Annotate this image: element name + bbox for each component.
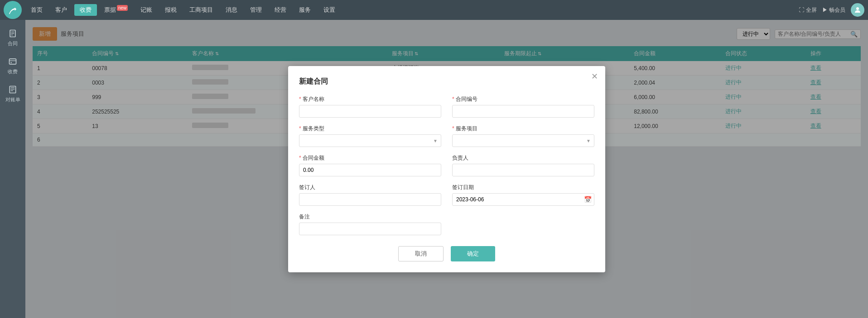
sidebar-item-statement[interactable]: 对账单	[0, 80, 25, 108]
right-actions: ⛶ 全屏 ▶ 畅会员	[799, 3, 864, 17]
nav-msg[interactable]: 消息	[220, 4, 243, 16]
responsible-input[interactable]	[452, 164, 594, 176]
form-row-3: 合同金额 负责人	[299, 154, 594, 176]
member-button[interactable]: ▶ 畅会员	[822, 6, 845, 14]
field-responsible: 负责人	[452, 154, 594, 176]
contract-amount-label: 合同金额	[299, 154, 441, 162]
field-service-type: 服务类型 ▼	[299, 125, 441, 147]
nav-settings[interactable]: 设置	[318, 4, 341, 16]
app-logo	[4, 1, 22, 19]
svg-point-0	[856, 7, 859, 10]
confirm-button[interactable]: 确定	[451, 246, 495, 261]
service-type-select[interactable]	[299, 134, 441, 147]
modal-actions: 取消 确定	[299, 246, 594, 261]
new-badge: new	[117, 5, 128, 11]
field-sign-date: 签订日期 📅	[452, 184, 594, 206]
responsible-label: 负责人	[452, 154, 594, 162]
nav-invoice[interactable]: 票据new	[99, 4, 133, 16]
sign-date-label: 签订日期	[452, 184, 594, 191]
nav-biz[interactable]: 工商项目	[184, 4, 218, 16]
client-name-label: 客户名称	[299, 95, 441, 103]
nav-home[interactable]: 首页	[25, 4, 48, 16]
avatar[interactable]	[851, 3, 864, 17]
nav-biz2[interactable]: 经营	[269, 4, 292, 16]
service-type-wrap: ▼	[299, 134, 441, 147]
nav-service[interactable]: 服务	[294, 4, 316, 16]
sidebar-item-fee[interactable]: 收费	[0, 52, 25, 80]
top-nav: 首页 客户 收费 票据new 记账 报税 工商项目 消息 管理 经营 服务 设置…	[0, 0, 868, 20]
nav-tax[interactable]: 报税	[159, 4, 182, 16]
calendar-icon[interactable]: 📅	[584, 196, 592, 203]
fee-icon	[7, 56, 18, 67]
field-signer: 签订人	[299, 184, 441, 206]
signer-label: 签订人	[299, 184, 441, 191]
contract-icon	[7, 28, 18, 39]
field-service-item: 服务项目 ▼	[452, 125, 594, 147]
remarks-label: 备注	[299, 213, 441, 221]
contract-no-label: 合同编号	[452, 95, 594, 103]
statement-icon	[7, 84, 18, 95]
nav-admin[interactable]: 管理	[245, 4, 267, 16]
remarks-input[interactable]	[299, 223, 441, 235]
sign-date-wrap: 📅	[452, 193, 594, 206]
fullscreen-button[interactable]: ⛶ 全屏	[799, 6, 816, 14]
modal-title: 新建合同	[299, 77, 594, 86]
signer-input[interactable]	[299, 193, 441, 206]
cancel-button[interactable]: 取消	[398, 246, 444, 261]
sidebar-fee-label: 收费	[8, 68, 18, 75]
service-item-label: 服务项目	[452, 125, 594, 133]
sidebar-item-contract[interactable]: 合同	[0, 24, 25, 52]
client-name-input[interactable]	[299, 105, 441, 118]
sign-date-input[interactable]	[452, 193, 594, 206]
svg-rect-8	[10, 86, 15, 93]
form-row-5: 备注	[299, 213, 594, 235]
nav-items: 首页 客户 收费 票据new 记账 报税 工商项目 消息 管理 经营 服务 设置	[25, 4, 799, 16]
contract-amount-input[interactable]	[299, 164, 441, 176]
field-contract-no: 合同编号	[452, 95, 594, 118]
form-row-1: 客户名称 合同编号	[299, 95, 594, 118]
field-client-name: 客户名称	[299, 95, 441, 118]
service-item-select[interactable]	[452, 134, 594, 147]
nav-fee[interactable]: 收费	[74, 4, 97, 16]
modal-overlay: ✕ 新建合同 客户名称 合同编号 服务类型	[25, 20, 868, 318]
form-row-2: 服务类型 ▼ 服务项目 ▼	[299, 125, 594, 147]
field-contract-amount: 合同金额	[299, 154, 441, 176]
sidebar-statement-label: 对账单	[5, 96, 20, 103]
svg-rect-5	[10, 59, 16, 64]
service-type-label: 服务类型	[299, 125, 441, 133]
nav-client[interactable]: 客户	[50, 4, 72, 16]
service-item-wrap: ▼	[452, 134, 594, 147]
main-layout: 合同 收费 对账单 新增 服务项目 进行中 已完成 全部	[0, 20, 868, 318]
sidebar: 合同 收费 对账单	[0, 20, 25, 318]
content-area: 新增 服务项目 进行中 已完成 全部 🔍 序号 合同编号 客	[25, 20, 868, 318]
new-contract-modal: ✕ 新建合同 客户名称 合同编号 服务类型	[288, 66, 605, 272]
sidebar-contract-label: 合同	[8, 40, 18, 47]
field-remarks: 备注	[299, 213, 441, 235]
form-row-4: 签订人 签订日期 📅	[299, 184, 594, 206]
contract-no-input[interactable]	[452, 105, 594, 118]
nav-bookkeep[interactable]: 记账	[135, 4, 158, 16]
svg-point-7	[10, 62, 12, 63]
modal-close-button[interactable]: ✕	[591, 71, 598, 81]
